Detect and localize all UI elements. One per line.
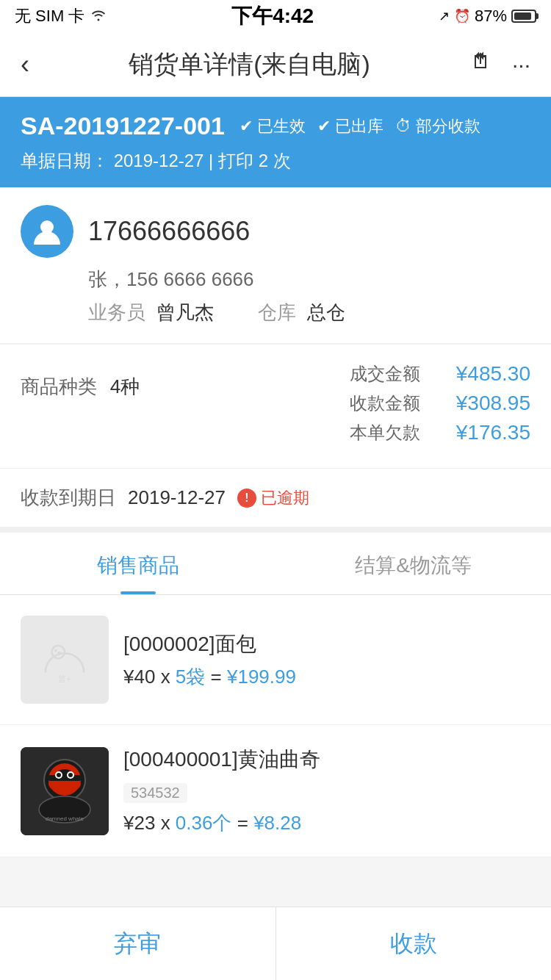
product-sku: 534532 bbox=[123, 783, 187, 803]
back-button[interactable]: ‹ bbox=[21, 49, 29, 80]
print-info: | 打印 2 次 bbox=[209, 151, 291, 170]
avatar bbox=[21, 205, 73, 258]
check-icon-1: ✔ bbox=[240, 117, 253, 136]
svg-text:普+: 普+ bbox=[58, 674, 71, 683]
page-title: 销货单详情(来自电脑) bbox=[129, 48, 370, 82]
battery-icon bbox=[511, 10, 536, 23]
product-name-1: [0000002]面包 bbox=[123, 630, 530, 658]
due-date: 2019-12-27 bbox=[128, 486, 226, 509]
clock-icon: ⏱ bbox=[395, 117, 411, 136]
product-image-2: damned whale bbox=[21, 747, 109, 835]
amount-left: 商品种类 4种 bbox=[21, 362, 276, 400]
type-label: 商品种类 bbox=[21, 375, 97, 397]
product-price-2: ¥23 x 0.36个 = ¥8.28 bbox=[123, 810, 530, 836]
more-icon[interactable]: ··· bbox=[512, 52, 530, 77]
owed-amount: ¥176.35 bbox=[435, 421, 530, 444]
status-bar: 无 SIM 卡 下午4:42 ↗ ⏰ 87% bbox=[0, 0, 551, 32]
overdue-text: 已逾期 bbox=[261, 487, 309, 509]
tab-sales-goods[interactable]: 销售商品 bbox=[0, 533, 276, 594]
product-thumbnail-2: damned whale bbox=[21, 747, 109, 835]
product-sku-wrapper: 534532 bbox=[123, 779, 530, 810]
svg-point-4 bbox=[54, 649, 57, 652]
warehouse-label: 仓库 bbox=[258, 301, 296, 323]
header-banner: SA-20191227-001 ✔ 已生效 ✔ 已出库 ⏱ 部分收款 单据日期：… bbox=[0, 97, 551, 187]
deal-amount-row: 成交金额 ¥485.30 bbox=[276, 362, 530, 386]
user-icon bbox=[31, 215, 63, 248]
product-list: 普+ [0000002]面包 ¥40 x 5袋 = ¥199.99 bbox=[0, 595, 551, 857]
product-thumbnail-1: 普+ bbox=[21, 616, 109, 704]
salesperson-value: 曾凡杰 bbox=[156, 301, 214, 323]
salesperson-info: 业务员 曾凡杰 bbox=[88, 300, 214, 325]
received-amount-row: 收款金额 ¥308.95 bbox=[276, 392, 530, 415]
product-item-2: damned whale [000400001]黄油曲奇 534532 ¥23 … bbox=[0, 725, 551, 857]
customer-row: 17666666666 bbox=[21, 205, 530, 258]
alarm-icon: ⏰ bbox=[454, 8, 470, 24]
warehouse-info: 仓库 总仓 bbox=[258, 300, 345, 325]
header-date-info: 单据日期： 2019-12-27 | 打印 2 次 bbox=[21, 149, 530, 173]
salesperson-label: 业务员 bbox=[88, 301, 145, 323]
tab-settlement[interactable]: 结算&物流等 bbox=[276, 533, 551, 594]
share-icon[interactable] bbox=[469, 51, 491, 78]
amounts-section: 商品种类 4种 成交金额 ¥485.30 收款金额 ¥308.95 本单欠款 ¥… bbox=[0, 345, 551, 469]
status-effected: ✔ 已生效 bbox=[240, 115, 306, 137]
battery-percent: 87% bbox=[475, 7, 507, 26]
due-section: 收款到期日 2019-12-27 ! 已逾期 bbox=[0, 469, 551, 533]
location-icon: ↗ bbox=[439, 8, 450, 24]
product-qty-2: 0.36个 bbox=[176, 812, 232, 834]
customer-section: 17666666666 张，156 6666 6666 业务员 曾凡杰 仓库 总… bbox=[0, 187, 551, 344]
product-item: 普+ [0000002]面包 ¥40 x 5袋 = ¥199.99 bbox=[0, 595, 551, 725]
amount-right: 成交金额 ¥485.30 收款金额 ¥308.95 本单欠款 ¥176.35 bbox=[276, 362, 530, 450]
header-top: SA-20191227-001 ✔ 已生效 ✔ 已出库 ⏱ 部分收款 bbox=[21, 112, 530, 140]
warehouse-value: 总仓 bbox=[307, 301, 345, 323]
product-placeholder-icon: 普+ bbox=[39, 634, 90, 685]
product-qty-1: 5袋 bbox=[176, 666, 205, 688]
bottom-bar: 弃审 收款 bbox=[0, 907, 551, 980]
svg-rect-12 bbox=[48, 775, 81, 781]
svg-point-16 bbox=[68, 773, 73, 777]
product-total-2: ¥8.28 bbox=[253, 812, 301, 834]
type-count: 4种 bbox=[110, 375, 140, 397]
customer-meta: 业务员 曾凡杰 仓库 总仓 bbox=[88, 300, 530, 325]
status-right: ↗ ⏰ 87% bbox=[439, 7, 536, 26]
tabs-bar[interactable]: 销售商品 结算&物流等 bbox=[0, 533, 551, 595]
collect-payment-button[interactable]: 收款 bbox=[276, 907, 552, 980]
owed-amount-row: 本单欠款 ¥176.35 bbox=[276, 421, 530, 444]
deal-label: 成交金额 bbox=[350, 362, 420, 386]
status-partial: ⏱ 部分收款 bbox=[395, 115, 480, 137]
wifi-icon bbox=[90, 7, 107, 26]
status-left: 无 SIM 卡 bbox=[15, 5, 107, 27]
product-info-1: [0000002]面包 ¥40 x 5袋 = ¥199.99 bbox=[123, 630, 530, 690]
product-name-2: [000400001]黄油曲奇 bbox=[123, 746, 530, 774]
date-label: 单据日期： bbox=[21, 151, 109, 170]
check-icon-2: ✔ bbox=[317, 117, 331, 136]
customer-id: 17666666666 bbox=[88, 216, 250, 247]
received-label: 收款金额 bbox=[350, 392, 420, 415]
overdue-icon: ! bbox=[237, 489, 256, 508]
order-date: 2019-12-27 bbox=[114, 151, 204, 170]
status-tags: ✔ 已生效 ✔ 已出库 ⏱ 部分收款 bbox=[240, 115, 480, 137]
order-number: SA-20191227-001 bbox=[21, 112, 225, 140]
cancel-review-button[interactable]: 弃审 bbox=[0, 907, 276, 980]
owed-label: 本单欠款 bbox=[350, 421, 420, 444]
svg-text:damned whale: damned whale bbox=[46, 815, 84, 822]
overdue-badge: ! 已逾期 bbox=[237, 487, 309, 509]
product-info-2: [000400001]黄油曲奇 534532 ¥23 x 0.36个 = ¥8.… bbox=[123, 746, 530, 836]
status-time: 下午4:42 bbox=[231, 2, 314, 30]
svg-point-15 bbox=[57, 773, 61, 777]
customer-phone: 张，156 6666 6666 bbox=[88, 267, 530, 292]
received-amount: ¥308.95 bbox=[435, 392, 530, 415]
product-price-1: ¥40 x 5袋 = ¥199.99 bbox=[123, 664, 530, 690]
product-total-1: ¥199.99 bbox=[227, 666, 296, 688]
due-label: 收款到期日 bbox=[21, 485, 116, 511]
carrier-text: 无 SIM 卡 bbox=[15, 5, 84, 27]
nav-bar: ‹ 销货单详情(来自电脑) ··· bbox=[0, 32, 551, 97]
nav-actions: ··· bbox=[469, 51, 530, 78]
status-shipped: ✔ 已出库 bbox=[317, 115, 383, 137]
deal-amount: ¥485.30 bbox=[435, 362, 530, 386]
